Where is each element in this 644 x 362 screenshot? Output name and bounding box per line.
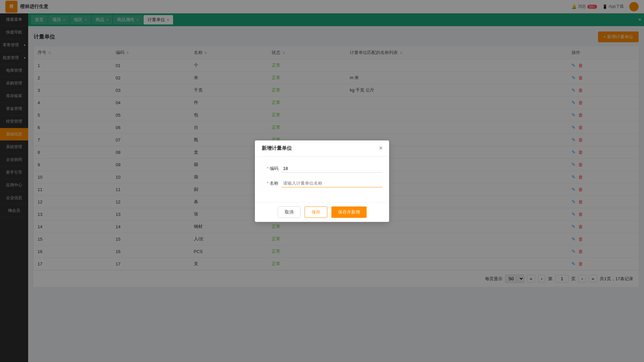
code-form-row: 编码 — [262, 165, 382, 173]
modal-title: 新增计量单位 — [262, 145, 292, 152]
save-and-new-button[interactable]: 保存并新增 — [331, 206, 367, 218]
modal-body: 编码 名称 — [255, 157, 389, 202]
modal-footer: 取消 保存 保存并新增 — [255, 202, 389, 222]
save-button[interactable]: 保存 — [305, 206, 327, 218]
cancel-button[interactable]: 取消 — [278, 206, 301, 218]
add-unit-modal: 新增计量单位 × 编码 名称 取消 保存 保存并新增 — [255, 140, 389, 222]
name-label: 名称 — [262, 180, 278, 186]
code-label: 编码 — [262, 166, 278, 172]
modal-overlay: 新增计量单位 × 编码 名称 取消 保存 保存并新增 — [0, 0, 644, 362]
name-input[interactable] — [281, 179, 382, 187]
modal-header: 新增计量单位 × — [255, 140, 389, 157]
modal-close-button[interactable]: × — [379, 145, 382, 151]
name-form-row: 名称 — [262, 179, 382, 187]
code-input[interactable] — [281, 165, 382, 173]
